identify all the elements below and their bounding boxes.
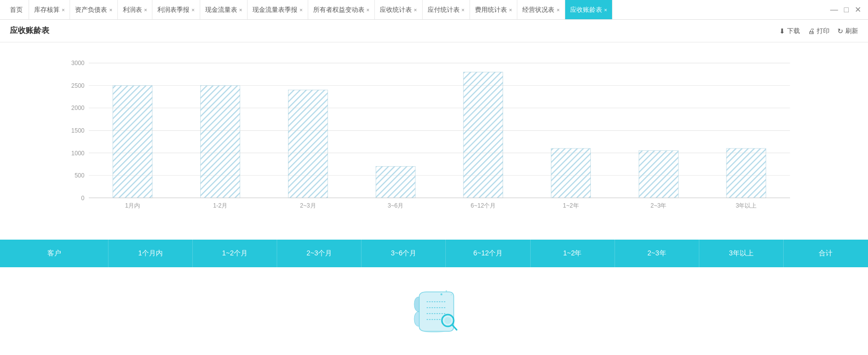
tab-label-zichan: 资产负债表	[75, 5, 107, 14]
table-header-cell-5: 6~12个月	[446, 240, 530, 267]
tab-jingying[interactable]: 经营状况表×	[517, 0, 565, 19]
tab-close-feiyong[interactable]: ×	[509, 7, 512, 13]
tab-label-lirun: 利润表	[123, 5, 142, 14]
tab-close-yingshou[interactable]: ×	[414, 7, 417, 13]
svg-text:3~6月: 3~6月	[388, 202, 403, 209]
tab-lirun[interactable]: 利润表×	[118, 0, 152, 19]
svg-text:2500: 2500	[72, 82, 85, 89]
svg-text:1~2年: 1~2年	[563, 202, 579, 209]
svg-rect-26	[288, 90, 327, 198]
svg-text:2000: 2000	[72, 105, 85, 111]
table-header-cell-0: 客户	[0, 240, 108, 267]
tab-yingfu[interactable]: 应付统计表×	[423, 0, 470, 19]
tab-label-quanyizhe: 所有者权益变动表	[313, 5, 364, 14]
svg-text:6~12个月: 6~12个月	[470, 202, 496, 209]
empty-illustration	[404, 287, 464, 336]
header-actions: ⬇ 下载 🖨 打印 ↻ 刷新	[779, 27, 858, 36]
table-header-cell-7: 2~3年	[615, 240, 699, 267]
svg-rect-34	[639, 151, 678, 198]
page-header: 应收账龄表 ⬇ 下载 🖨 打印 ↻ 刷新	[0, 20, 868, 42]
empty-state	[0, 267, 868, 355]
table-header-cell-3: 2~3个月	[277, 240, 362, 267]
svg-text:1-2月: 1-2月	[213, 202, 227, 209]
tab-close-kucun[interactable]: ×	[62, 7, 65, 13]
svg-rect-22	[113, 85, 152, 198]
table-header: 客户1个月内1~2个月2~3个月3~6个月6~12个月1~2年2~3年3年以上合…	[0, 240, 868, 267]
table-header-cell-6: 1~2年	[531, 240, 615, 267]
tab-label-feiyong: 费用统计表	[475, 5, 507, 14]
maximize-button[interactable]: □	[843, 4, 850, 15]
tab-lirunseason[interactable]: 利润表季报×	[152, 0, 200, 19]
svg-rect-24	[201, 85, 240, 198]
print-icon: 🖨	[808, 27, 815, 35]
table-header-cell-4: 3~6个月	[362, 240, 446, 267]
tab-close-lirunseason[interactable]: ×	[191, 7, 194, 13]
table-header-cell-8: 3年以上	[699, 240, 784, 267]
svg-text:3年以上: 3年以上	[736, 202, 757, 209]
tab-zhangling[interactable]: 应收账龄表×	[565, 0, 613, 19]
svg-text:1月内: 1月内	[125, 202, 141, 209]
download-icon: ⬇	[779, 27, 785, 35]
tab-xianjin[interactable]: 现金流量表×	[200, 0, 248, 19]
tab-feiyong[interactable]: 费用统计表×	[470, 0, 517, 19]
table-header-cell-1: 1个月内	[108, 240, 193, 267]
print-label: 打印	[817, 27, 830, 36]
tab-close-lirun[interactable]: ×	[144, 7, 147, 13]
tab-close-xianjinseason[interactable]: ×	[299, 7, 302, 13]
tab-label-jingying: 经营状况表	[522, 5, 554, 14]
table-header-cell-2: 1~2个月	[193, 240, 277, 267]
tab-kucun[interactable]: 库存核算×	[29, 0, 70, 19]
main-content: 0500100015002000250030001月内1-2月2~3月3~6月6…	[0, 42, 868, 355]
close-button[interactable]: ✕	[854, 4, 862, 15]
minimize-button[interactable]: —	[829, 4, 839, 15]
svg-text:500: 500	[74, 172, 84, 179]
svg-rect-30	[464, 72, 503, 198]
chart-area: 0500100015002000250030001月内1-2月2~3月3~6月6…	[0, 42, 868, 240]
tab-close-yingfu[interactable]: ×	[462, 7, 465, 13]
page-title: 应收账龄表	[10, 26, 49, 36]
svg-rect-28	[376, 167, 415, 198]
svg-text:2~3月: 2~3月	[300, 202, 316, 209]
svg-text:1000: 1000	[72, 150, 85, 157]
svg-point-45	[444, 317, 451, 324]
svg-point-47	[440, 293, 442, 295]
tab-close-jingying[interactable]: ×	[556, 7, 559, 13]
svg-text:0: 0	[81, 195, 85, 202]
svg-rect-36	[726, 148, 766, 198]
svg-point-48	[446, 290, 447, 292]
svg-text:2~3年: 2~3年	[651, 202, 666, 209]
tab-label-yingshou: 应收统计表	[380, 5, 412, 14]
tab-label-zhangling: 应收账龄表	[570, 5, 602, 14]
tab-close-zichan[interactable]: ×	[109, 7, 112, 13]
tab-close-quanyizhe[interactable]: ×	[366, 7, 369, 13]
download-button[interactable]: ⬇ 下载	[779, 27, 800, 36]
tab-label-lirunseason: 利润表季报	[157, 5, 189, 14]
refresh-button[interactable]: ↻ 刷新	[837, 27, 858, 36]
bar-chart: 0500100015002000250030001月内1-2月2~3月3~6月6…	[20, 52, 848, 225]
download-label: 下载	[787, 27, 800, 36]
svg-text:1500: 1500	[72, 127, 85, 134]
tab-xianjinseason[interactable]: 现金流量表季报×	[248, 0, 308, 19]
tab-bar: 首页 库存核算×资产负债表×利润表×利润表季报×现金流量表×现金流量表季报×所有…	[0, 0, 868, 20]
table-header-cell-9: 合计	[784, 240, 868, 267]
tab-label-kucun: 库存核算	[34, 5, 60, 14]
tab-label-xianjinseason: 现金流量表季报	[253, 5, 297, 14]
tab-zichan[interactable]: 资产负债表×	[70, 0, 117, 19]
tab-bar-actions: — □ ✕	[829, 4, 864, 15]
tab-label-yingfu: 应付统计表	[428, 5, 460, 14]
tab-quanyizhe[interactable]: 所有者权益变动表×	[308, 0, 375, 19]
tab-label-xianjin: 现金流量表	[205, 5, 237, 14]
tab-close-zhangling[interactable]: ×	[604, 7, 607, 13]
refresh-icon: ↻	[837, 27, 843, 35]
svg-point-49	[451, 294, 452, 295]
svg-rect-32	[551, 148, 591, 198]
tab-home[interactable]: 首页	[4, 0, 29, 19]
svg-text:3000: 3000	[72, 60, 85, 67]
print-button[interactable]: 🖨 打印	[808, 27, 830, 36]
refresh-label: 刷新	[845, 27, 858, 36]
tab-yingshou[interactable]: 应收统计表×	[375, 0, 422, 19]
tab-close-xianjin[interactable]: ×	[239, 7, 242, 13]
